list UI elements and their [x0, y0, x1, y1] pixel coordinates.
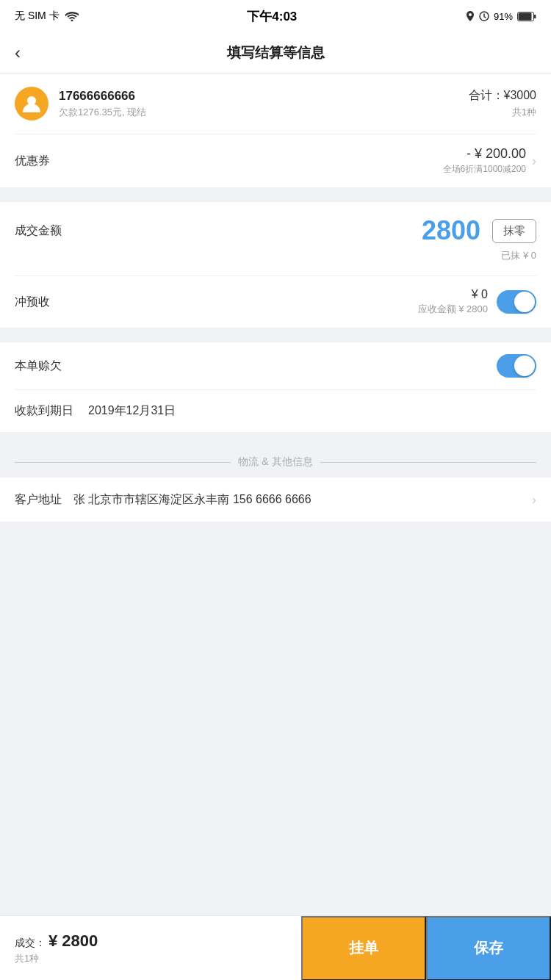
- section-gap-2: [0, 335, 551, 342]
- credit-note-label: 本单赊欠: [15, 359, 62, 374]
- address-label: 客户地址: [15, 492, 66, 508]
- content: 17666666666 欠款1276.35元, 现结 合计：¥3000 共1种 …: [0, 73, 551, 713]
- empty-area: [0, 529, 551, 646]
- svg-rect-2: [533, 15, 536, 18]
- address-value: 张 北京市市辖区海淀区永丰南 156 6666 6666: [73, 491, 525, 508]
- save-button[interactable]: 保存: [426, 916, 551, 981]
- coupon-desc: 全场6折满1000减200: [443, 163, 526, 176]
- customer-info: 17666666666 欠款1276.35元, 现结: [59, 89, 146, 119]
- deal-amount-value: 2800: [422, 215, 480, 246]
- total-value: ¥3000: [504, 89, 537, 101]
- address-row[interactable]: 客户地址 张 北京市市辖区海淀区永丰南 156 6666 6666 ›: [0, 478, 551, 522]
- customer-subtext: 欠款1276.35元, 现结: [59, 106, 146, 119]
- logistics-divider: 物流 & 其他信息: [0, 447, 551, 478]
- amount-right: 2800 抹零: [422, 215, 536, 246]
- customer-row: 17666666666 欠款1276.35元, 现结 合计：¥3000 共1种: [0, 73, 551, 134]
- coupon-label: 优惠券: [15, 154, 50, 169]
- battery-icon: [517, 12, 536, 21]
- avatar: [15, 87, 48, 120]
- customer-phone: 17666666666: [59, 89, 146, 104]
- section-gap-1: [0, 195, 551, 202]
- address-card: 客户地址 张 北京市市辖区海淀区永丰南 156 6666 6666 ›: [0, 478, 551, 522]
- status-right: 91%: [466, 11, 536, 22]
- deal-amount-sub: 已抹 ¥ 0: [15, 249, 536, 262]
- total-count: 共1种: [469, 106, 537, 119]
- total-amount: 合计：¥3000: [469, 88, 537, 104]
- location-icon: [466, 11, 475, 21]
- battery-label: 91%: [494, 11, 513, 22]
- clock-icon: [479, 11, 489, 21]
- bottom-summary: 成交：¥ 2800 共1种: [0, 932, 301, 965]
- status-bar: 无 SIM 卡 下午4:03 91%: [0, 0, 551, 32]
- deal-amount-label: 成交金额: [15, 223, 62, 239]
- bottom-summary-row: 成交：¥ 2800: [15, 932, 287, 951]
- coupon-amount: - ¥ 200.00: [443, 146, 526, 162]
- amount-row: 成交金额 2800 抹零: [15, 215, 536, 246]
- prepayment-label: 冲预收: [15, 295, 50, 310]
- prepayment-value: ¥ 0: [418, 288, 488, 301]
- customer-right: 合计：¥3000 共1种: [469, 88, 537, 119]
- bottom-summary-label: 成交：: [15, 937, 46, 948]
- credit-note-row: 本单赊欠: [0, 342, 551, 389]
- address-chevron-icon: ›: [532, 492, 536, 508]
- nav-bar: ‹ 填写结算等信息: [0, 32, 551, 73]
- svg-rect-3: [518, 12, 531, 20]
- status-time: 下午4:03: [247, 8, 297, 25]
- customer-left: 17666666666 欠款1276.35元, 现结: [15, 87, 146, 120]
- status-left: 无 SIM 卡: [15, 10, 79, 23]
- coupon-value: - ¥ 200.00 全场6折满1000减200: [443, 146, 526, 176]
- round-button[interactable]: 抹零: [492, 219, 536, 243]
- due-date-label: 收款到期日: [15, 403, 73, 419]
- logistics-label: 物流 & 其他信息: [238, 455, 312, 469]
- credit-note-toggle[interactable]: [497, 354, 536, 378]
- hold-button[interactable]: 挂单: [301, 916, 426, 981]
- credit-note-card: 本单赊欠 收款到期日 2019年12月31日: [0, 342, 551, 432]
- wifi-icon: [65, 12, 79, 21]
- prepayment-row: 冲预收 ¥ 0 应收金额 ¥ 2800: [0, 276, 551, 328]
- coupon-chevron-icon: ›: [532, 154, 536, 169]
- bottom-summary-count: 共1种: [15, 952, 287, 965]
- logistics-line-left: [15, 462, 231, 463]
- bottom-bar: 成交：¥ 2800 共1种 挂单 保存: [0, 915, 551, 980]
- customer-card: 17666666666 欠款1276.35元, 现结 合计：¥3000 共1种 …: [0, 73, 551, 187]
- prepayment-subvalue: 应收金额 ¥ 2800: [418, 303, 488, 316]
- prepayment-value-block: ¥ 0 应收金额 ¥ 2800: [418, 288, 488, 316]
- coupon-row[interactable]: 优惠券 - ¥ 200.00 全场6折满1000减200 ›: [0, 134, 551, 187]
- due-date-row: 收款到期日 2019年12月31日: [0, 390, 551, 432]
- back-button[interactable]: ‹: [15, 43, 21, 63]
- bottom-summary-amount: ¥ 2800: [48, 932, 98, 950]
- prepayment-right: ¥ 0 应收金额 ¥ 2800: [418, 288, 536, 316]
- deal-amount-card: 成交金额 2800 抹零 已抹 ¥ 0 冲预收 ¥ 0 应收金额 ¥ 2800: [0, 202, 551, 328]
- logistics-line-right: [320, 462, 536, 463]
- due-date-value: 2019年12月31日: [88, 403, 176, 419]
- section-gap-3: [0, 439, 551, 447]
- amount-section: 成交金额 2800 抹零 已抹 ¥ 0: [0, 202, 551, 275]
- coupon-right: - ¥ 200.00 全场6折满1000减200 ›: [443, 146, 536, 176]
- total-label: 合计：: [469, 89, 504, 101]
- no-sim-label: 无 SIM 卡: [15, 10, 60, 23]
- page-title: 填写结算等信息: [227, 43, 325, 62]
- prepayment-toggle[interactable]: [497, 290, 536, 314]
